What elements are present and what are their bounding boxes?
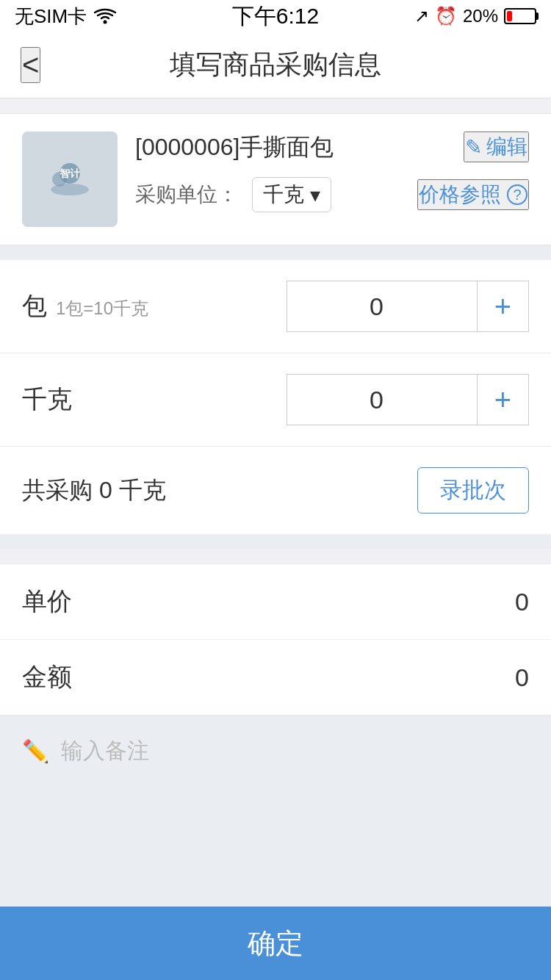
price-section: 单价 0 金额 0 [0,563,551,716]
unit-select-button[interactable]: 千克 ▾ [252,177,331,212]
input-section: 包 1包=10千克 + 千克 + [0,260,551,447]
product-image: 智计 [22,131,118,227]
svg-point-4 [51,184,89,195]
svg-text:智计: 智计 [59,167,81,179]
status-bar: 无SIM卡 下午6:12 ↗ ⏰ 20% [0,0,551,32]
summary-row: 共采购 0 千克 录批次 [0,447,551,534]
product-info: [0000006]手撕面包 ✎ 编辑 采购单位： 千克 ▾ 价格参照 ? [135,131,529,212]
edit-button[interactable]: ✎ 编辑 [464,131,529,162]
remark-section[interactable]: ✏️ 输入备注 [0,716,551,787]
package-sub-label: 1包=10千克 [56,297,148,320]
divider-top [0,245,551,260]
chevron-down-icon: ▾ [310,183,320,207]
kg-quantity-input[interactable] [287,374,478,425]
amount-label: 金额 [22,660,72,694]
package-label-text: 包 [22,289,47,323]
edit-label: 编辑 [486,133,527,161]
confirm-button[interactable]: 确定 [0,907,551,980]
alarm-icon: ⏰ [435,6,457,26]
divider-middle [0,534,551,549]
status-bar-left: 无SIM卡 [15,4,116,29]
summary-text: 共采购 0 千克 [22,475,166,507]
info-icon: ? [507,184,527,205]
status-bar-right: ↗ ⏰ 20% [414,6,536,26]
unit-price-label: 单价 [22,585,72,619]
unit-price-value: 0 [515,588,529,616]
price-ref-button[interactable]: 价格参照 ? [417,179,529,210]
battery-percent: 20% [463,6,498,26]
kg-input-right: + [287,374,529,425]
page-content: 智计 [0000006]手撕面包 ✎ 编辑 采购单位： 千克 ▾ [0,113,551,980]
nav-bar: < 填写商品采购信息 [0,32,551,98]
package-quantity-input[interactable] [287,281,478,332]
pencil-icon: ✏️ [22,738,49,764]
product-image-placeholder: 智计 [22,131,118,227]
price-ref-label: 价格参照 [419,181,501,209]
kg-plus-button[interactable]: + [478,374,529,425]
confirm-label: 确定 [248,925,303,962]
unit-value: 千克 [263,181,304,209]
carrier-label: 无SIM卡 [15,4,87,29]
unit-section: 采购单位： 千克 ▾ [135,177,331,212]
wifi-icon [94,8,116,24]
battery-indicator [504,8,536,24]
product-name: [0000006]手撕面包 [135,131,334,164]
package-input-row: 包 1包=10千克 + [0,260,551,353]
kg-input-row: 千克 + [0,353,551,447]
unit-label: 采购单位： [135,183,238,206]
package-label: 包 1包=10千克 [22,289,148,323]
svg-point-0 [104,21,107,24]
kg-label: 千克 [22,383,72,417]
kg-label-text: 千克 [22,383,72,417]
edit-icon: ✎ [465,135,482,159]
batch-button[interactable]: 录批次 [417,467,529,514]
remark-placeholder: 输入备注 [61,736,149,766]
location-icon: ↗ [414,6,429,26]
page-title: 填写商品采购信息 [170,47,381,83]
product-unit-row: 采购单位： 千克 ▾ 价格参照 ? [135,177,529,212]
amount-row: 金额 0 [0,640,551,715]
unit-price-row: 单价 0 [0,564,551,640]
status-bar-time: 下午6:12 [232,1,319,32]
package-input-right: + [287,281,529,332]
product-card: 智计 [0000006]手撕面包 ✎ 编辑 采购单位： 千克 ▾ [0,113,551,245]
package-plus-button[interactable]: + [478,281,529,332]
product-header: [0000006]手撕面包 ✎ 编辑 [135,131,529,164]
back-button[interactable]: < [21,47,40,83]
amount-value: 0 [515,663,529,692]
